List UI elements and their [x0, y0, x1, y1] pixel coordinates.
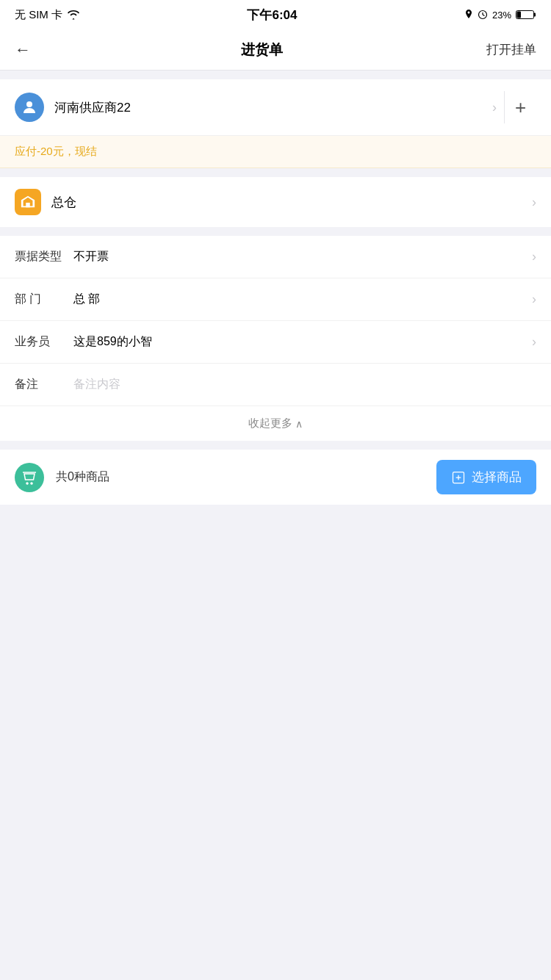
status-time: 下午6:04: [247, 7, 297, 24]
remark-label: 备注: [15, 377, 73, 392]
ticket-type-chevron-icon: ›: [532, 249, 536, 264]
select-product-button[interactable]: 选择商品: [436, 460, 536, 494]
back-button[interactable]: ←: [15, 35, 37, 65]
product-count: 共0种商品: [56, 469, 425, 485]
battery-text: 23%: [492, 10, 511, 21]
warehouse-row[interactable]: 总仓 ›: [0, 177, 551, 227]
supplier-avatar: [15, 93, 44, 122]
select-product-icon: [451, 470, 466, 485]
section-gap-2: [0, 168, 551, 177]
warehouse-chevron-icon: ›: [532, 195, 536, 210]
supplier-name: 河南供应商22: [54, 99, 492, 116]
salesperson-chevron-icon: ›: [532, 334, 536, 350]
svg-rect-4: [533, 13, 536, 17]
bottom-bar: 共0种商品 选择商品: [0, 450, 551, 505]
svg-line-2: [483, 15, 485, 16]
svg-rect-5: [516, 12, 521, 18]
remark-input[interactable]: 备注内容: [73, 377, 536, 392]
select-product-label: 选择商品: [472, 469, 522, 486]
collapse-text: 收起更多: [248, 417, 292, 430]
warehouse-name: 总仓: [51, 194, 532, 211]
collapse-arrow-icon: ∧: [295, 418, 303, 430]
alarm-icon: [478, 10, 488, 20]
no-sim-text: 无 SIM 卡: [15, 8, 62, 22]
collapse-button[interactable]: 收起更多 ∧: [0, 406, 551, 441]
location-icon: [464, 10, 473, 20]
salesperson-value: 这是859的小智: [73, 334, 532, 350]
status-left: 无 SIM 卡: [15, 8, 80, 22]
section-gap-3: [0, 227, 551, 236]
salesperson-row[interactable]: 业务员 这是859的小智 ›: [0, 320, 551, 363]
ticket-type-row[interactable]: 票据类型 不开票 ›: [0, 236, 551, 278]
status-right: 23%: [464, 10, 536, 21]
salesperson-label: 业务员: [15, 334, 73, 350]
page-fill: [0, 505, 551, 725]
product-icon-wrap: [15, 463, 44, 492]
department-chevron-icon: ›: [532, 292, 536, 307]
warehouse-icon: [15, 189, 41, 215]
supplier-chevron-icon: ›: [492, 100, 497, 115]
page-title: 进货单: [241, 40, 283, 60]
supplier-row[interactable]: 河南供应商22 › +: [0, 79, 551, 136]
add-supplier-button[interactable]: +: [504, 91, 536, 123]
warehouse-section: 总仓 ›: [0, 177, 551, 227]
info-banner: 应付-20元，现结: [0, 136, 551, 168]
status-bar: 无 SIM 卡 下午6:04 23%: [0, 0, 551, 29]
open-pending-button[interactable]: 打开挂单: [486, 41, 536, 58]
ticket-type-label: 票据类型: [15, 249, 73, 264]
department-value: 总 部: [73, 292, 532, 307]
nav-bar: ← 进货单 打开挂单: [0, 29, 551, 71]
battery-icon: [516, 10, 536, 20]
department-row[interactable]: 部 门 总 部 ›: [0, 278, 551, 320]
ticket-type-value: 不开票: [73, 249, 532, 264]
form-section: 票据类型 不开票 › 部 门 总 部 › 业务员 这是859的小智 › 备注 备…: [0, 236, 551, 441]
section-gap-1: [0, 71, 551, 79]
remark-row[interactable]: 备注 备注内容: [0, 363, 551, 406]
supplier-section: 河南供应商22 › + 应付-20元，现结: [0, 79, 551, 168]
department-label: 部 门: [15, 292, 73, 307]
svg-point-6: [26, 101, 32, 107]
wifi-icon: [67, 10, 80, 20]
